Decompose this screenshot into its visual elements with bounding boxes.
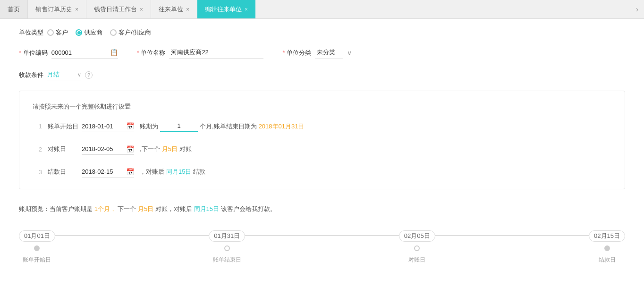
unit-code-list-icon[interactable]: 📋 [110,49,118,56]
row-3-desc-suffix: 结款 [193,168,205,176]
setting-row-3: 3 结款日 📅 ，对账后 同月15日 结款 [33,166,611,177]
payment-date-calendar-icon[interactable]: 📅 [126,168,134,176]
start-date-input-group: 📅 [82,121,134,132]
preview-prefix: 账期预览：当前客户账期是 [19,205,93,212]
preview-reconcile: 对账，对账后 [155,205,192,212]
unit-name-input[interactable] [169,47,263,59]
close-unit-icon[interactable]: × [186,6,189,13]
unit-category-value: 未分类 [315,46,343,59]
timeline-desc-3: 结款日 [599,256,616,264]
payment-date-input-group: 📅 [82,166,134,177]
payment-condition-row: 收款条件 月结 ∨ ? [19,68,625,81]
reconcile-date-input-group: 📅 [82,144,134,155]
timeline-desc-0: 账单开始日 [23,256,51,264]
preview-suffix: 该客户会给我打款。 [221,205,276,212]
timeline-label-0: 01月01日 [19,230,55,242]
reconcile-date-calendar-icon[interactable]: 📅 [126,145,134,153]
start-date-input[interactable] [82,121,124,132]
panel-title: 请按照未来的一个完整帐期进行设置 [33,102,611,111]
radio-both-label: 客户/供应商 [119,28,151,37]
unit-category-group: * 单位分类 未分类 ∨ [282,46,352,59]
row-3-desc-prefix: ，对账后 [140,168,164,176]
unit-type-row: 单位类型 客户 供应商 客户/供应商 [19,28,625,37]
tab-cashier-label: 钱货日清工作台 [94,5,137,14]
tab-home[interactable]: 首页 [0,0,28,18]
setting-row-2: 2 对账日 📅 ,下一个 月5日 对账 [33,144,611,155]
tab-home-label: 首页 [8,5,20,14]
payment-date-input[interactable] [82,166,124,177]
row-1-desc-suffix: 个月,账单结束日期为 [200,122,257,131]
radio-supplier-label: 供应商 [84,28,102,37]
payment-condition-label: 收款条件 [19,71,43,79]
radio-both[interactable]: 客户/供应商 [110,28,151,37]
unit-code-group: * 单位编码 📋 [19,47,118,59]
radio-customer[interactable]: 客户 [47,28,68,37]
timeline-dot-3 [604,245,610,251]
timeline-desc-1: 账单结束日 [213,256,241,264]
settings-panel: 请按照未来的一个完整帐期进行设置 1 账单开始日 📅 账期为 个月,账单结束日期… [19,91,625,189]
start-date-calendar-icon[interactable]: 📅 [126,122,134,130]
tab-cashier[interactable]: 钱货日清工作台 × [86,0,151,18]
row-2-desc: ,下一个 月5日 对账 [140,145,192,153]
timeline-label-3: 02月15日 [589,230,625,242]
radio-customer-label: 客户 [56,28,68,37]
tab-edit-unit-label: 编辑往来单位 [205,5,242,14]
tab-unit[interactable]: 往来单位 × [151,0,197,18]
timeline-dot-0 [34,245,40,251]
help-icon[interactable]: ? [85,71,93,79]
preview-same-date: 同月15日 [194,205,219,212]
tab-sales-history-label: 销售订单历史 [35,5,72,14]
radio-group: 客户 供应商 客户/供应商 [47,28,151,37]
tab-sales-history[interactable]: 销售订单历史 × [28,0,86,18]
timeline-label-1: 01月31日 [209,230,245,242]
row-label-3: 结款日 [48,168,76,176]
period-input[interactable] [160,120,198,132]
timeline-point-1: 01月31日 账单结束日 [209,230,245,264]
unit-code-input-wrapper: 📋 [51,47,118,59]
row-label-1: 账单开始日 [48,122,76,131]
timeline-dot-2 [414,245,420,251]
row-num-2: 2 [33,146,42,153]
unit-category-arrow[interactable]: ∨ [347,49,352,57]
unit-code-input[interactable] [51,47,108,58]
timeline-dot-1 [224,245,230,251]
unit-category-label: * 单位分类 [282,49,311,57]
row-label-2: 对账日 [48,145,76,153]
preview-next-date: 月5日 [138,205,153,212]
tab-edit-unit[interactable]: 编辑往来单位 × [197,0,255,18]
unit-name-label: * 单位名称 [137,49,166,57]
tab-bar: 首页 销售订单历史 × 钱货日清工作台 × 往来单位 × 编辑往来单位 × › [0,0,644,19]
unit-type-group: 单位类型 客户 供应商 客户/供应商 [19,28,151,37]
timeline-container: 01月01日 账单开始日 01月31日 账单结束日 02月05日 对账日 02月… [19,226,625,278]
reconcile-date-input[interactable] [82,144,124,154]
preview-month: 1个月， [94,205,116,212]
unit-info-row: * 单位编码 📋 * 单位名称 * 单位分类 未分类 ∨ [19,46,625,59]
unit-type-label: 单位类型 [19,28,43,37]
row-num-1: 1 [33,123,42,130]
main-content: 单位类型 客户 供应商 客户/供应商 * 单位编码 [0,19,644,287]
row-1-highlight: 2018年01月31日 [259,122,305,131]
row-1-desc: 账期为 个月,账单结束日期为 2018年01月31日 [140,120,304,132]
timeline-label-2: 02月05日 [399,230,435,242]
payment-condition-arrow-icon: ∨ [77,72,81,78]
tab-unit-label: 往来单位 [159,5,183,14]
radio-customer-circle [47,29,54,36]
timeline-point-2: 02月05日 对账日 [399,230,435,264]
unit-name-group: * 单位名称 [137,47,264,59]
radio-supplier[interactable]: 供应商 [76,28,102,37]
tab-arrow[interactable]: › [630,5,644,14]
close-cashier-icon[interactable]: × [140,6,143,13]
close-sales-history-icon[interactable]: × [75,6,78,13]
radio-supplier-circle [76,29,82,36]
setting-row-1: 1 账单开始日 📅 账期为 个月,账单结束日期为 2018年01月31日 [33,120,611,132]
close-edit-unit-icon[interactable]: × [245,6,248,13]
row-1-desc-prefix: 账期为 [140,122,158,131]
row-2-highlight: 月5日 [162,145,178,153]
row-2-desc-suffix: 对账 [179,145,192,153]
preview-next-prefix: 下一个 [118,205,136,212]
payment-condition-value: 月结 [47,68,76,81]
timeline-point-0: 01月01日 账单开始日 [19,230,55,264]
row-num-3: 3 [33,169,42,176]
unit-category-select-group: 未分类 ∨ [315,46,352,59]
payment-condition-select[interactable]: 月结 ∨ [47,68,81,81]
